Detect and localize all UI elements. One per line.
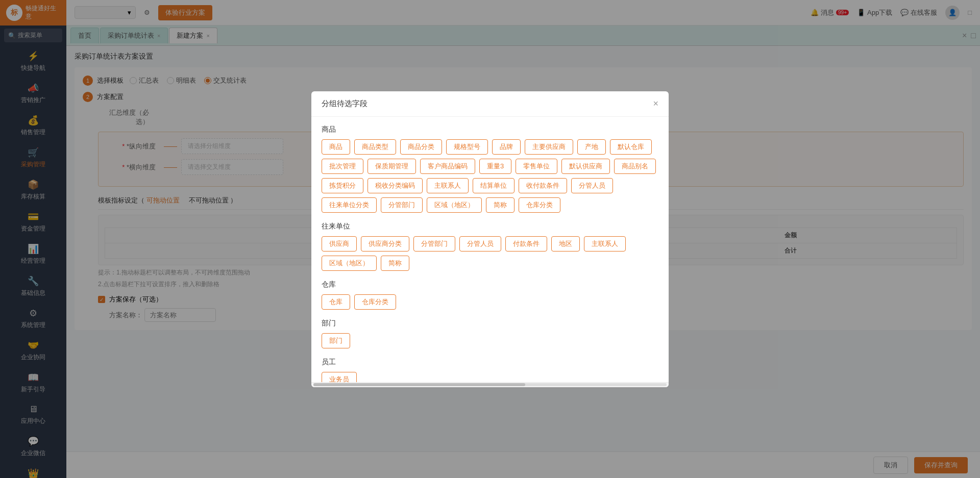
field-tag-0-14[interactable]: 商品别名 (614, 159, 656, 174)
field-tag-0-15[interactable]: 拣货积分 (322, 178, 363, 193)
field-tag-0-13[interactable]: 默认供应商 (561, 159, 610, 174)
field-tag-0-22[interactable]: 分管部门 (381, 197, 423, 213)
modal-overlay: 分组待选字段 × 商品商品商品类型商品分类规格型号品牌主要供应商产地默认仓库批次… (0, 0, 980, 478)
field-tag-0-24[interactable]: 简称 (486, 197, 514, 213)
field-tag-2-0[interactable]: 仓库 (322, 294, 350, 310)
field-tag-0-6[interactable]: 产地 (577, 139, 606, 155)
field-tag-0-10[interactable]: 客户商品编码 (420, 159, 475, 174)
field-tag-0-23[interactable]: 区域（地区） (427, 197, 482, 213)
field-tag-1-8[interactable]: 简称 (381, 256, 409, 271)
field-group-title-3: 部门 (322, 319, 658, 328)
field-tag-0-4[interactable]: 品牌 (492, 139, 521, 155)
field-tag-0-8[interactable]: 批次管理 (322, 159, 363, 174)
field-select-modal: 分组待选字段 × 商品商品商品类型商品分类规格型号品牌主要供应商产地默认仓库批次… (311, 91, 669, 387)
field-tag-0-16[interactable]: 税收分类编码 (368, 178, 423, 193)
field-tag-0-20[interactable]: 分管人员 (571, 178, 613, 193)
field-tag-0-9[interactable]: 保质期管理 (368, 159, 416, 174)
modal-title: 分组待选字段 (322, 99, 368, 109)
field-group-title-0: 商品 (322, 125, 658, 134)
field-tag-0-5[interactable]: 主要供应商 (525, 139, 573, 155)
field-tags-1: 供应商供应商分类分管部门分管人员付款条件地区主联系人区域（地区）简称 (322, 236, 658, 271)
field-group-title-2: 仓库 (322, 280, 658, 289)
field-tag-1-3[interactable]: 分管人员 (459, 236, 501, 251)
field-tag-1-1[interactable]: 供应商分类 (361, 236, 409, 251)
field-tag-0-2[interactable]: 商品分类 (400, 139, 442, 155)
modal-close-button[interactable]: × (653, 98, 658, 109)
field-tag-1-5[interactable]: 地区 (551, 236, 580, 251)
field-tag-0-25[interactable]: 仓库分类 (519, 197, 560, 213)
field-group-4: 员工业务员 (322, 358, 658, 382)
field-tag-0-1[interactable]: 商品类型 (354, 139, 396, 155)
hscroll-track (313, 383, 667, 386)
field-tag-0-0[interactable]: 商品 (322, 139, 350, 155)
field-tag-4-0[interactable]: 业务员 (322, 372, 357, 382)
field-tag-3-0[interactable]: 部门 (322, 333, 350, 348)
field-tag-1-2[interactable]: 分管部门 (413, 236, 455, 251)
field-tag-1-0[interactable]: 供应商 (322, 236, 357, 251)
modal-body[interactable]: 商品商品商品类型商品分类规格型号品牌主要供应商产地默认仓库批次管理保质期管理客户… (311, 117, 669, 382)
field-tag-2-1[interactable]: 仓库分类 (354, 294, 396, 310)
field-group-2: 仓库仓库仓库分类 (322, 280, 658, 310)
field-tag-0-11[interactable]: 重量3 (479, 159, 511, 174)
field-group-1: 往来单位供应商供应商分类分管部门分管人员付款条件地区主联系人区域（地区）简称 (322, 222, 658, 271)
field-tag-1-6[interactable]: 主联系人 (584, 236, 626, 251)
field-tag-0-18[interactable]: 结算单位 (473, 178, 514, 193)
field-tag-0-19[interactable]: 收付款条件 (519, 178, 567, 193)
field-tag-1-7[interactable]: 区域（地区） (322, 256, 377, 271)
field-tags-2: 仓库仓库分类 (322, 294, 658, 310)
modal-header: 分组待选字段 × (311, 91, 669, 117)
field-tag-0-21[interactable]: 往来单位分类 (322, 197, 377, 213)
field-tag-0-12[interactable]: 零售单位 (516, 159, 557, 174)
field-tag-0-17[interactable]: 主联系人 (427, 178, 469, 193)
hscroll-thumb (313, 383, 525, 386)
field-group-title-4: 员工 (322, 358, 658, 367)
field-tags-4: 业务员 (322, 372, 658, 382)
field-tag-0-7[interactable]: 默认仓库 (610, 139, 652, 155)
field-tags-3: 部门 (322, 333, 658, 348)
field-tags-0: 商品商品类型商品分类规格型号品牌主要供应商产地默认仓库批次管理保质期管理客户商品… (322, 139, 658, 213)
field-group-3: 部门部门 (322, 319, 658, 348)
field-group-0: 商品商品商品类型商品分类规格型号品牌主要供应商产地默认仓库批次管理保质期管理客户… (322, 125, 658, 213)
field-group-title-1: 往来单位 (322, 222, 658, 231)
field-tag-1-4[interactable]: 付款条件 (505, 236, 547, 251)
field-tag-0-3[interactable]: 规格型号 (446, 139, 488, 155)
modal-hscroll[interactable] (311, 382, 669, 387)
